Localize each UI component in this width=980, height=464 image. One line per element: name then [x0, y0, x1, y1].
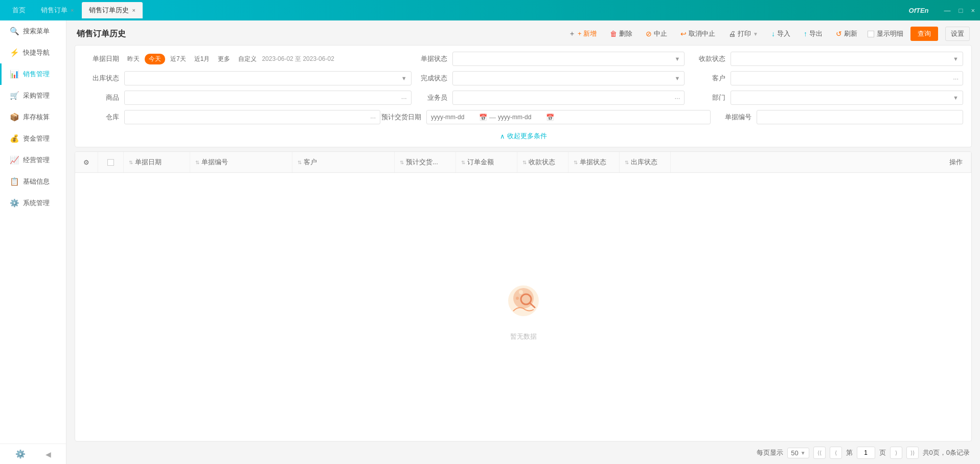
refresh-button[interactable]: ↺ 刷新	[833, 27, 860, 40]
import-icon: ↓	[771, 30, 775, 38]
date-today-btn[interactable]: 今天	[145, 54, 165, 64]
customer-input[interactable]: ···	[731, 71, 963, 85]
delivery-date-end-input[interactable]	[498, 114, 544, 121]
empty-illustration	[498, 273, 549, 324]
date-dash: —	[489, 114, 496, 121]
dept-select[interactable]: ▼	[731, 91, 963, 105]
sidebar-item-system[interactable]: ⚙️ 系统管理	[0, 192, 66, 214]
new-icon: ＋	[568, 29, 576, 38]
sidebar-collapse-icon[interactable]: ◀	[45, 450, 51, 458]
delete-button[interactable]: 🗑 删除	[607, 27, 635, 40]
first-page-btn[interactable]: ⟨⟨	[813, 447, 826, 459]
collapse-filter-btn[interactable]: ∧ 收起更多条件	[83, 129, 963, 141]
import-button[interactable]: ↓ 导入	[768, 27, 793, 40]
prev-page-btn[interactable]: ⟨	[830, 447, 842, 459]
content-area: 销售订单历史 ＋ + 新增 🗑 删除 ⊘ 中止 ↩ 取消中止	[66, 20, 980, 464]
new-button[interactable]: ＋ + 新增	[565, 27, 600, 40]
page-word-after: 页	[879, 448, 886, 457]
delivery-date-start-input[interactable]	[431, 114, 477, 121]
window-max-btn[interactable]: □	[959, 7, 963, 14]
sidebar-item-inventory[interactable]: 📦 库存核算	[0, 106, 66, 128]
total-pages-label: 共0页，0条记录	[923, 448, 970, 457]
sidebar-item-basic[interactable]: 📋 基础信息	[0, 171, 66, 192]
table-settings-icon[interactable]: ⚙	[83, 159, 89, 166]
collapse-up-icon: ∧	[500, 132, 505, 140]
th-outbound[interactable]: ⇅ 出库状态	[620, 152, 671, 172]
settings-button[interactable]: 设置	[945, 27, 970, 41]
filter-row-3: 商品 ··· 业务员 ··· 部门 ▼	[83, 91, 963, 105]
filter-row-4: 仓库 ··· 预计交货日期 📅 — 📅 单据编号	[83, 110, 963, 124]
pagination-bar: 每页显示 50 ▼ ⟨⟨ ⟨ 第 页 ⟩ ⟩⟩ 共0页，0条记录	[66, 441, 980, 464]
filter-row-1: 单据日期 昨天 今天 近7天 近1月 更多 自定义 2023-06-02 至 2…	[83, 52, 963, 66]
customer-dots-icon: ···	[953, 75, 959, 82]
date-more-btn[interactable]: 更多	[215, 54, 233, 64]
sidebar-item-search[interactable]: 🔍 搜索菜单	[0, 20, 66, 42]
warehouse-input[interactable]: ···	[124, 110, 380, 124]
sidebar-item-quick-nav[interactable]: ⚡ 快捷导航	[0, 42, 66, 63]
brand-label: OfTEn	[909, 7, 929, 14]
th-customer[interactable]: ⇅ 客户	[292, 152, 395, 172]
display-toggle-checkbox[interactable]	[868, 31, 874, 37]
close-sales-order-tab-icon[interactable]: ×	[71, 7, 74, 13]
doc-no-input[interactable]	[757, 110, 963, 124]
query-button[interactable]: 查询	[910, 27, 938, 41]
recv-status-select[interactable]: ▼	[731, 52, 963, 66]
window-min-btn[interactable]: —	[944, 7, 951, 14]
export-button[interactable]: ↑ 导出	[801, 27, 826, 40]
th-recv-status[interactable]: ⇅ 收款状态	[517, 152, 568, 172]
doc-status-select[interactable]: ▼	[452, 52, 685, 66]
svg-point-4	[516, 297, 519, 300]
select-all-checkbox[interactable]	[107, 159, 114, 166]
date-range-label: 2023-06-02 至 2023-06-02	[262, 55, 334, 63]
dept-label: 部门	[690, 93, 731, 102]
empty-state: 暂无数据	[75, 173, 971, 441]
sidebar-item-purchase[interactable]: 🛒 采购管理	[0, 85, 66, 106]
delivery-date-start-calendar-icon[interactable]: 📅	[479, 114, 487, 121]
page-size-select[interactable]: 50 ▼	[787, 448, 809, 458]
delivery-date-end-calendar-icon[interactable]: 📅	[546, 114, 554, 121]
sidebar-settings-icon[interactable]: ⚙️	[15, 449, 26, 459]
date-1month-btn[interactable]: 近1月	[191, 54, 213, 64]
date-7days-btn[interactable]: 近7天	[167, 54, 189, 64]
complete-select[interactable]: ▼	[452, 71, 685, 85]
last-page-btn[interactable]: ⟩⟩	[906, 447, 919, 459]
tab-sales-order[interactable]: 销售订单 ×	[34, 2, 81, 18]
purchase-icon: 🛒	[10, 91, 19, 100]
close-history-tab-icon[interactable]: ×	[132, 7, 135, 13]
th-date[interactable]: ⇅ 单据日期	[124, 152, 190, 172]
salesperson-input[interactable]: ···	[452, 91, 685, 105]
date-custom-btn[interactable]: 自定义	[235, 54, 260, 64]
salesperson-label: 业务员	[412, 93, 452, 102]
tab-home[interactable]: 首页	[5, 2, 33, 18]
sidebar-item-finance[interactable]: 💰 资金管理	[0, 128, 66, 149]
warehouse-dots-icon: ···	[370, 114, 376, 121]
window-close-btn[interactable]: ×	[971, 7, 975, 14]
goods-input[interactable]: ···	[124, 91, 412, 105]
operations-icon: 📈	[10, 156, 19, 165]
th-no[interactable]: ⇅ 单据编号	[190, 152, 292, 172]
sidebar-item-sales[interactable]: 📊 销售管理	[0, 63, 66, 85]
stop-button[interactable]: ⊘ 中止	[643, 27, 670, 40]
tab-sales-order-history[interactable]: 销售订单历史 ×	[82, 2, 142, 18]
page-title: 销售订单历史	[77, 29, 126, 39]
outbound-chevron-icon: ▼	[401, 75, 407, 81]
system-icon: ⚙️	[10, 198, 19, 208]
th-doc-status[interactable]: ⇅ 单据状态	[568, 152, 620, 172]
sidebar: 🔍 搜索菜单 ⚡ 快捷导航 📊 销售管理 🛒 采购管理 📦 库存核算 💰 资金管…	[0, 20, 66, 464]
page-size-label: 每页显示	[757, 448, 783, 457]
date-yesterday-btn[interactable]: 昨天	[124, 54, 143, 64]
th-amount[interactable]: ⇅ 订单金额	[456, 152, 517, 172]
outbound-select[interactable]: ▼	[124, 71, 412, 85]
print-button[interactable]: 🖨 打印 ▼	[725, 27, 761, 40]
delivery-date-label: 预计交货日期	[380, 113, 426, 122]
page-number-input[interactable]	[857, 447, 875, 459]
sort-date-icon: ⇅	[129, 160, 133, 165]
cancel-stop-button[interactable]: ↩ 取消中止	[677, 27, 718, 40]
th-settings[interactable]: ⚙	[75, 152, 98, 172]
th-checkbox[interactable]	[98, 152, 124, 172]
next-page-btn[interactable]: ⟩	[890, 447, 902, 459]
th-delivery[interactable]: ⇅ 预计交货...	[395, 152, 456, 172]
display-toggle[interactable]: 显示明细	[868, 29, 903, 38]
sidebar-item-operations[interactable]: 📈 经营管理	[0, 149, 66, 171]
date-label: 单据日期	[83, 54, 124, 63]
